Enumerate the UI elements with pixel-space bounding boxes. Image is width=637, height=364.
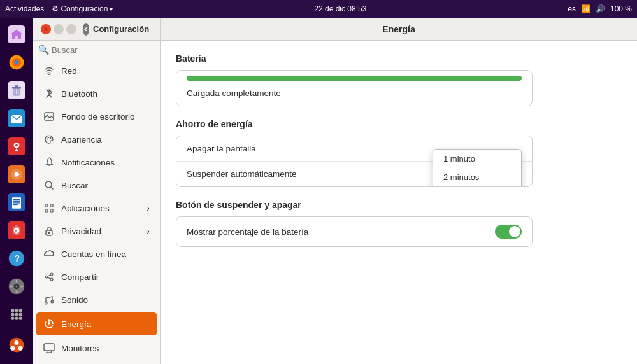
monitor-icon [43,342,55,354]
sidebar-label-fondo: Fondo de escritorio [61,112,135,122]
bateria-card: Cargada completamente [176,70,533,106]
svg-point-3 [15,60,19,65]
svg-rect-35 [16,280,18,283]
dock-item-maps[interactable] [4,134,29,159]
dock-item-settings[interactable] [4,274,29,299]
svg-point-49 [15,340,19,345]
dock-item-trash[interactable] [4,78,29,103]
svg-point-43 [15,312,18,316]
grid-icon [43,202,55,214]
boton-title: Botón de suspender y apagar [176,200,622,210]
sidebar-label-sonido: Sonido [61,295,88,305]
dock: A ? [0,18,33,364]
svg-rect-38 [20,286,23,288]
sidebar-item-energia[interactable]: Energía [36,312,157,335]
taskbar-right: es 📶 🔊 100 % [568,4,632,13]
sidebar-label-apariencia: Apariencia [61,135,102,144]
sidebar-item-buscar[interactable]: Buscar [33,174,160,197]
svg-rect-6 [12,87,21,89]
dropdown-option-3min[interactable]: 3 minutos [433,186,521,188]
minimize-button[interactable] [54,24,64,34]
sidebar-title: Configuración [93,24,149,34]
sidebar-item-apariencia[interactable]: Apariencia [33,128,160,151]
settings-menu-button[interactable]: ⚙ Configuración ▾ [52,4,113,13]
sidebar-item-fondo[interactable]: Fondo de escritorio [33,105,160,128]
close-button[interactable]: ✕ [41,24,51,34]
sidebar-label-buscar: Buscar [61,181,88,190]
svg-point-15 [15,144,18,147]
dock-item-install-ubuntu[interactable] [4,332,29,358]
sidebar-label-cuentas: Cuentas en línea [61,249,126,259]
svg-point-46 [15,317,18,320]
svg-point-65 [48,232,50,234]
search-input[interactable] [52,45,155,55]
music-icon [43,294,55,305]
svg-point-39 [11,309,14,312]
sidebar-item-aplicaciones[interactable]: Aplicaciones › [33,197,160,220]
dock-item-software[interactable]: A [4,218,29,243]
suspender-label: Suspender automáticamente [187,169,297,179]
sidebar: 🔍 Red Bluetooth [33,41,161,364]
sidebar-item-bluetooth[interactable]: Bluetooth [33,82,160,105]
dropdown-popup[interactable]: 1 minuto 2 minutos 3 minutos 4 minutos 5… [433,149,522,188]
ahorro-title: Ahorro de energía [176,119,622,129]
dock-item-home[interactable] [4,22,29,47]
battery-indicator[interactable]: 100 % [610,4,632,13]
svg-point-44 [19,312,22,316]
boton-card: Mostrar porcentaje de la batería [176,216,533,247]
apagar-pantalla-label: Apagar la pantalla [187,144,256,153]
dropdown-option-2min[interactable]: 2 minutos [433,168,521,186]
sidebar-label-compartir: Compartir [61,272,99,282]
volume-icon: 🔊 [596,4,605,13]
sidebar-item-red[interactable]: Red [33,59,160,82]
dock-item-mail[interactable] [4,106,29,131]
svg-text:?: ? [15,253,20,263]
svg-line-70 [48,277,50,279]
battery-status-row: Cargada completamente [176,81,532,106]
battery-fill [187,76,522,81]
share-icon [43,271,55,283]
cloud-icon [43,248,55,260]
toggle-knob [509,226,520,237]
dropdown-option-1min[interactable]: 1 minuto [433,150,521,168]
svg-rect-62 [45,209,48,212]
taskbar-left: Actividades ⚙ Configuración ▾ [5,4,113,13]
power-icon [43,318,55,330]
activities-button[interactable]: Actividades [5,4,44,13]
dock-item-help[interactable]: ? [4,246,29,271]
porcentaje-toggle[interactable] [495,225,522,239]
network-icon: 📶 [581,4,590,13]
svg-point-45 [11,317,14,320]
svg-point-68 [50,278,53,281]
apagar-pantalla-row: Apagar la pantalla 1 minuto 2 minutos 3 … [176,136,532,162]
aplicaciones-arrow: › [147,203,150,213]
porcentaje-row: Mostrar porcentaje de la batería [176,217,532,246]
sidebar-item-raton[interactable]: Ratón y panel táctil [33,360,160,364]
dock-item-writer[interactable] [4,190,29,215]
sidebar-search[interactable]: 🔍 [33,41,160,59]
sidebar-item-compartir[interactable]: Compartir [33,265,160,288]
dock-item-firefox[interactable] [4,50,29,75]
desktop: A ? [0,18,637,364]
sidebar-item-cuentas[interactable]: Cuentas en línea [33,242,160,265]
sidebar-label-energia: Energía [61,319,91,329]
lock-icon [43,225,55,237]
battery-status-label: Cargada completamente [187,88,281,98]
sidebar-item-notificaciones[interactable]: Notificaciones [33,151,160,174]
sidebar-item-monitores[interactable]: Monitores [33,337,160,360]
dock-item-rhythmbox[interactable] [4,162,29,187]
dock-item-apps[interactable] [4,302,29,327]
panel-title: Energía [382,24,415,34]
svg-rect-63 [50,209,53,212]
main-area: ✕ Configuración ≡ Energía [33,18,637,364]
svg-rect-75 [44,344,54,351]
svg-point-51 [18,346,23,351]
maximize-button[interactable] [66,24,76,34]
search-icon: 🔍 [38,45,49,55]
svg-rect-36 [16,290,18,293]
wifi-icon [43,65,55,76]
svg-point-34 [15,285,18,288]
sidebar-item-privacidad[interactable]: Privacidad › [33,220,160,242]
sidebar-item-sonido[interactable]: Sonido [33,288,160,311]
lang-indicator[interactable]: es [568,4,576,13]
